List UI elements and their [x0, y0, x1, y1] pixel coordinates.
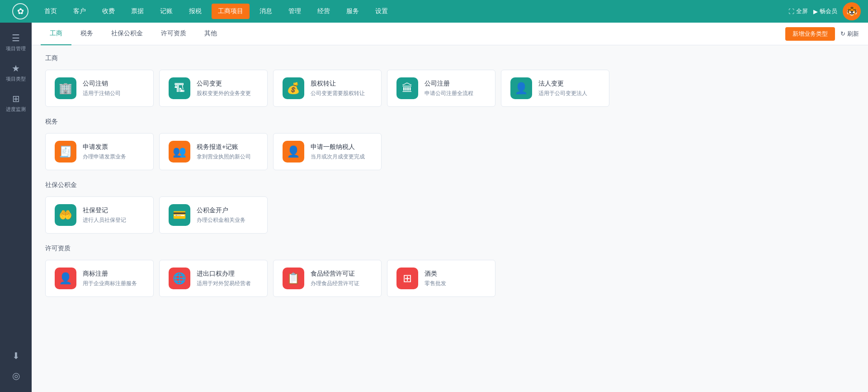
card-icon: 🏗 [169, 77, 190, 99]
refresh-label: 刷新 [847, 30, 859, 38]
nav-item-票据[interactable]: 票据 [123, 0, 152, 23]
card-text: 税务报道+记账 拿到营业执照的新公司 [197, 143, 251, 161]
card-icon: 👤 [510, 77, 532, 99]
card-name: 公司变更 [197, 80, 251, 88]
sidebar: ☰项目管理★项目类型⊞进度监测⬇◎ [0, 23, 32, 392]
card-icon: 💰 [283, 77, 304, 99]
sidebar-icon: ★ [12, 63, 20, 74]
service-card-进出口权办理[interactable]: 🌐 进出口权办理 适用于对外贸易经营者 [159, 260, 268, 297]
nav-item-经营[interactable]: 经营 [309, 0, 338, 23]
service-card-税务报道+记账[interactable]: 👥 税务报道+记账 拿到营业执照的新公司 [159, 133, 268, 170]
card-name: 公积金开户 [197, 206, 245, 215]
cards-grid: 👤 商标注册 用于企业商标注册服务 🌐 进出口权办理 适用于对外贸易经营者 📋 … [45, 260, 854, 297]
nav-item-客户[interactable]: 客户 [65, 0, 94, 23]
service-card-股权转让[interactable]: 💰 股权转让 公司变更需要股权转让 [273, 70, 382, 107]
card-desc: 用于企业商标注册服务 [83, 280, 137, 287]
card-icon: 🧾 [55, 141, 76, 163]
nav-item-工商项目[interactable]: 工商项目 [212, 4, 250, 19]
service-card-公积金开户[interactable]: 💳 公积金开户 办理公积金相关业务 [159, 196, 268, 234]
card-name: 公司注销 [83, 80, 121, 88]
card-text: 公司注册 申请公司注册全流程 [425, 80, 473, 97]
sidebar-item-进度监测[interactable]: ⊞进度监测 [0, 88, 32, 118]
service-card-公司注销[interactable]: 🏢 公司注销 适用于注销公司 [45, 70, 154, 107]
card-icon: 🏛 [396, 77, 418, 99]
card-name: 进出口权办理 [197, 270, 251, 278]
cards-grid: 🤲 社保登记 进行人员社保登记 💳 公积金开户 办理公积金相关业务 [45, 196, 854, 234]
tab-bar: 工商税务社保公积金许可资质其他 新增业务类型 ↻ 刷新 [32, 23, 868, 45]
section-工商: 工商 🏢 公司注销 适用于注销公司 🏗 公司变更 股权变更外的业务变更 💰 股权… [45, 54, 854, 107]
card-desc: 适用于对外贸易经营者 [197, 280, 251, 287]
sidebar-bottom: ⬇◎ [7, 347, 25, 392]
card-icon: ⊞ [396, 268, 418, 289]
service-card-社保登记[interactable]: 🤲 社保登记 进行人员社保登记 [45, 196, 154, 234]
card-desc: 办理公积金相关业务 [197, 216, 245, 224]
new-type-button[interactable]: 新增业务类型 [785, 27, 835, 41]
logo-area: ✿ [5, 3, 36, 19]
card-desc: 适用于公司变更法人 [538, 90, 587, 97]
service-card-法人变更[interactable]: 👤 法人变更 适用于公司变更法人 [501, 70, 609, 107]
sidebar-bottom-download[interactable]: ⬇ [7, 347, 25, 365]
mascot-avatar: 🐯 [843, 2, 861, 20]
service-card-商标注册[interactable]: 👤 商标注册 用于企业商标注册服务 [45, 260, 154, 297]
sidebar-item-项目类型[interactable]: ★项目类型 [0, 57, 32, 88]
service-card-申请一般纳税人[interactable]: 👤 申请一般纳税人 当月或次月成变更完成 [273, 133, 382, 170]
card-text: 申请一般纳税人 当月或次月成变更完成 [311, 143, 365, 161]
card-name: 酒类 [425, 270, 446, 278]
nav-item-服务[interactable]: 服务 [338, 0, 367, 23]
service-card-酒类[interactable]: ⊞ 酒类 零售批发 [387, 260, 495, 297]
content-area: 工商税务社保公积金许可资质其他 新增业务类型 ↻ 刷新 工商 🏢 公司注销 适用… [32, 23, 868, 392]
top-navigation: ✿ 首页客户收费票据记账报税工商项目消息管理经营服务设置 ⛶ 全屏 ▶ 畅会员 … [0, 0, 868, 23]
card-desc: 股权变更外的业务变更 [197, 90, 251, 97]
service-card-公司变更[interactable]: 🏗 公司变更 股权变更外的业务变更 [159, 70, 268, 107]
card-text: 进出口权办理 适用于对外贸易经营者 [197, 270, 251, 287]
card-desc: 拿到营业执照的新公司 [197, 153, 251, 161]
sidebar-item-项目管理[interactable]: ☰项目管理 [0, 27, 32, 57]
card-icon: 💳 [169, 204, 190, 226]
card-icon: 👥 [169, 141, 190, 163]
section-税务: 税务 🧾 申请发票 办理申请发票业务 👥 税务报道+记账 拿到营业执照的新公司 … [45, 118, 854, 170]
tab-税务[interactable]: 税务 [71, 23, 102, 45]
card-name: 食品经营许可证 [311, 270, 359, 278]
card-name: 商标注册 [83, 270, 137, 278]
refresh-icon: ↻ [840, 30, 845, 37]
vip-button[interactable]: ▶ 畅会员 [813, 7, 837, 15]
card-desc: 办理申请发票业务 [83, 153, 126, 161]
card-desc: 办理食品经营许可证 [311, 280, 359, 287]
tab-right: 新增业务类型 ↻ 刷新 [785, 27, 859, 41]
refresh-button[interactable]: ↻ 刷新 [840, 30, 859, 38]
card-name: 股权转让 [311, 80, 365, 88]
tab-其他[interactable]: 其他 [195, 23, 226, 45]
sidebar-label: 项目类型 [6, 76, 26, 82]
card-text: 公积金开户 办理公积金相关业务 [197, 206, 245, 224]
card-icon: 🤲 [55, 204, 76, 226]
fullscreen-label: 全屏 [796, 7, 808, 15]
cards-grid: 🏢 公司注销 适用于注销公司 🏗 公司变更 股权变更外的业务变更 💰 股权转让 … [45, 70, 854, 107]
card-text: 社保登记 进行人员社保登记 [83, 206, 126, 224]
nav-item-记账[interactable]: 记账 [152, 0, 181, 23]
nav-item-管理[interactable]: 管理 [280, 0, 309, 23]
tab-许可资质[interactable]: 许可资质 [152, 23, 195, 45]
tab-社保公积金[interactable]: 社保公积金 [102, 23, 152, 45]
nav-item-收费[interactable]: 收费 [94, 0, 123, 23]
card-name: 申请一般纳税人 [311, 143, 365, 151]
fullscreen-button[interactable]: ⛶ 全屏 [788, 7, 808, 15]
cards-grid: 🧾 申请发票 办理申请发票业务 👥 税务报道+记账 拿到营业执照的新公司 👤 申… [45, 133, 854, 170]
service-card-食品经营许可证[interactable]: 📋 食品经营许可证 办理食品经营许可证 [273, 260, 382, 297]
card-icon: 🏢 [55, 77, 76, 99]
nav-item-报税[interactable]: 报税 [181, 0, 210, 23]
section-title: 社保公积金 [45, 181, 854, 189]
section-title: 工商 [45, 54, 854, 62]
card-icon: 👤 [55, 268, 76, 289]
logo-icon: ✿ [12, 3, 28, 19]
tab-工商[interactable]: 工商 [41, 23, 71, 45]
service-card-申请发票[interactable]: 🧾 申请发票 办理申请发票业务 [45, 133, 154, 170]
card-text: 公司注销 适用于注销公司 [83, 80, 121, 97]
nav-item-首页[interactable]: 首页 [36, 0, 65, 23]
service-card-公司注册[interactable]: 🏛 公司注册 申请公司注册全流程 [387, 70, 495, 107]
sidebar-bottom-settings[interactable]: ◎ [7, 367, 25, 385]
card-icon: 🌐 [169, 268, 190, 289]
card-desc: 适用于注销公司 [83, 90, 121, 97]
nav-item-设置[interactable]: 设置 [367, 0, 396, 23]
nav-item-消息[interactable]: 消息 [251, 0, 280, 23]
section-许可资质: 许可资质 👤 商标注册 用于企业商标注册服务 🌐 进出口权办理 适用于对外贸易经… [45, 244, 854, 297]
